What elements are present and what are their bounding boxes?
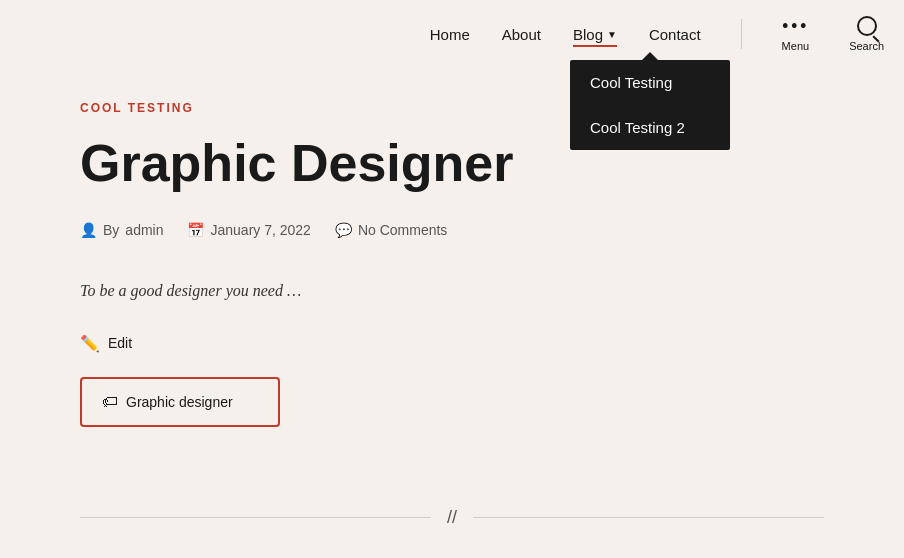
nav-active-indicator [573, 45, 617, 47]
edit-link[interactable]: ✏️ Edit [80, 334, 720, 353]
dropdown-arrow [642, 52, 658, 60]
category-link[interactable]: COOL TESTING [80, 101, 194, 115]
chevron-down-icon: ▼ [607, 29, 617, 40]
comments-count: No Comments [358, 222, 447, 238]
search-button[interactable]: Search [849, 16, 884, 52]
search-icon [857, 16, 877, 36]
calendar-icon: 📅 [187, 222, 204, 238]
post-meta: 👤 By admin 📅 January 7, 2022 💬 No Commen… [80, 222, 720, 238]
post-excerpt: To be a good designer you need … [80, 278, 720, 304]
date-meta: 📅 January 7, 2022 [187, 222, 310, 238]
menu-label: Menu [782, 40, 810, 52]
nav-home[interactable]: Home [430, 26, 470, 43]
author-by-label: By [103, 222, 119, 238]
nav-blog-dropdown[interactable]: Blog ▼ [573, 26, 617, 43]
footer-divider: // [0, 487, 904, 548]
main-nav: Home About Blog ▼ Contact ••• Menu Searc… [430, 16, 884, 52]
author-icon: 👤 [80, 222, 97, 238]
edit-label: Edit [108, 335, 132, 351]
author-meta: 👤 By admin [80, 222, 163, 238]
menu-button[interactable]: ••• Menu [782, 16, 810, 52]
blog-dropdown-menu: Cool Testing Cool Testing 2 [570, 60, 730, 150]
comment-icon: 💬 [335, 222, 352, 238]
post-date: January 7, 2022 [210, 222, 310, 238]
comments-meta: 💬 No Comments [335, 222, 447, 238]
tag-label: Graphic designer [126, 394, 233, 410]
nav-blog[interactable]: Blog [573, 26, 603, 43]
dropdown-item-cool-testing-2[interactable]: Cool Testing 2 [570, 105, 730, 150]
author-name: admin [125, 222, 163, 238]
site-header: Home About Blog ▼ Contact ••• Menu Searc… [0, 0, 904, 68]
footer-line-left [80, 517, 431, 518]
edit-icon: ✏️ [80, 334, 100, 353]
footer-line-right [473, 517, 824, 518]
nav-divider [741, 19, 742, 49]
tags-box[interactable]: 🏷 Graphic designer [80, 377, 280, 427]
nav-contact[interactable]: Contact [649, 26, 701, 43]
footer-ornament: // [447, 507, 457, 528]
dropdown-item-cool-testing[interactable]: Cool Testing [570, 60, 730, 105]
nav-about[interactable]: About [502, 26, 541, 43]
dots-icon: ••• [782, 16, 809, 36]
tag-icon: 🏷 [102, 393, 118, 411]
